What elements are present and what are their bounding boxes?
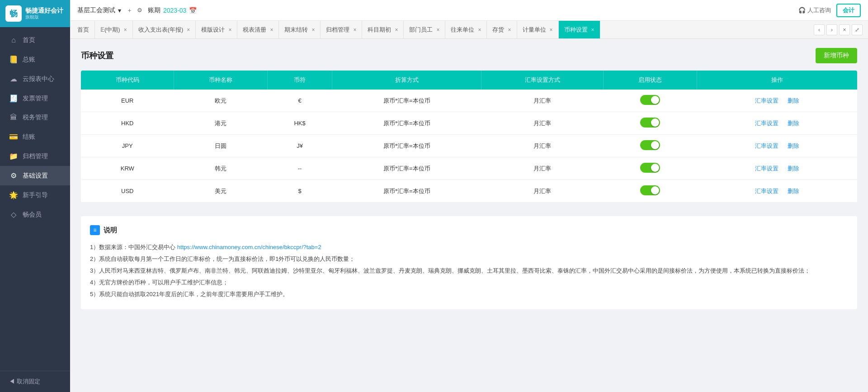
delete-link[interactable]: 删除 xyxy=(788,120,799,127)
tab-close-income[interactable]: × xyxy=(187,27,190,33)
tab-tax[interactable]: 税表清册× xyxy=(237,21,279,39)
tab-period-end[interactable]: 期末结转× xyxy=(279,21,321,39)
delete-link[interactable]: 删除 xyxy=(788,97,799,104)
tab-expand[interactable]: ⤢ xyxy=(852,24,863,35)
cell-name: 港元 xyxy=(174,112,268,135)
delete-link[interactable]: 删除 xyxy=(788,188,799,194)
tab-subjects[interactable]: 科目期初× xyxy=(362,21,404,39)
tab-close-period[interactable]: × xyxy=(124,27,127,33)
tab-close-period-end[interactable]: × xyxy=(311,27,315,33)
table-row: USD 美元 $ 原币*汇率=本位币 月汇率 汇率设置 删除 xyxy=(81,180,857,203)
nav-icon-archive: 📁 xyxy=(9,152,18,161)
rate-setting-link[interactable]: 汇率设置 xyxy=(755,97,778,104)
col-header: 币种代码 xyxy=(81,71,174,90)
cell-code: USD xyxy=(81,180,174,203)
toggle-switch[interactable] xyxy=(640,185,660,195)
sidebar-item-invoice[interactable]: 🧾发票管理 xyxy=(0,89,70,108)
tab-close-measure[interactable]: × xyxy=(550,27,553,33)
sidebar-item-tax[interactable]: 🏛税务管理 xyxy=(0,108,70,127)
tab-period[interactable]: 𝔼(中期)× xyxy=(95,21,133,39)
tab-dept[interactable]: 部门员工× xyxy=(404,21,445,39)
topbar-actions: ＋ ⚙ xyxy=(127,6,142,14)
toggle-knob xyxy=(651,141,659,149)
new-currency-button[interactable]: 新增币种 xyxy=(816,48,857,63)
cell-rate-type: 月汇率 xyxy=(481,135,604,157)
sidebar-item-guide[interactable]: 🌟新手引导 xyxy=(0,185,70,205)
cell-symbol: J¥ xyxy=(267,135,332,157)
tab-measure[interactable]: 计量单位× xyxy=(517,21,559,39)
period-value[interactable]: 2023-03 xyxy=(163,7,186,14)
tab-close-subjects[interactable]: × xyxy=(395,27,398,33)
support-button[interactable]: 🎧 人工咨询 xyxy=(798,6,831,14)
tab-units[interactable]: 往来单位× xyxy=(445,21,487,39)
sidebar-item-member[interactable]: ◇畅会员 xyxy=(0,205,70,224)
sidebar-item-reports[interactable]: ☁云报表中心 xyxy=(0,69,70,89)
notes-link[interactable]: https://www.chinamoney.com.cn/chinese/bk… xyxy=(177,244,321,250)
logo-text-block: 畅捷通好会计 旗舰版 xyxy=(25,7,63,21)
nav-icon-reports: ☁ xyxy=(9,75,18,83)
rate-setting-link[interactable]: 汇率设置 xyxy=(755,165,778,172)
tab-archive[interactable]: 归档管理× xyxy=(321,21,362,39)
tab-close-tax[interactable]: × xyxy=(270,27,273,33)
tab-close-currency[interactable]: × xyxy=(591,27,594,33)
cell-actions: 汇率设置 删除 xyxy=(697,180,857,203)
sidebar: 畅 畅捷通好会计 旗舰版 ⌂首页📒总账☁云报表中心🧾发票管理🏛税务管理💳结账📁归… xyxy=(0,0,70,392)
calendar-icon[interactable]: 📅 xyxy=(189,7,197,14)
period-display: 账期 2023-03 📅 xyxy=(148,6,197,14)
tab-label-template: 模版设计 xyxy=(201,26,225,34)
tab-income[interactable]: 收入支出表(年报)× xyxy=(133,21,196,39)
tab-home[interactable]: 首页 xyxy=(72,21,95,39)
sidebar-item-settings[interactable]: ⚙基础设置 xyxy=(0,166,70,185)
tab-nav-controls: ‹ › × ⤢ xyxy=(810,24,866,35)
tab-label-archive: 归档管理 xyxy=(326,26,349,34)
nav-icon-tax: 🏛 xyxy=(9,113,18,122)
cell-symbol: HK$ xyxy=(267,112,332,135)
cell-conversion: 原币*汇率=本位币 xyxy=(332,112,481,135)
add-button[interactable]: ＋ xyxy=(127,6,132,14)
delete-link[interactable]: 删除 xyxy=(788,165,799,172)
notes-title: ≡ 说明 xyxy=(90,225,848,235)
tab-currency[interactable]: 币种设置× xyxy=(559,21,600,39)
sidebar-item-checkout[interactable]: 💳结账 xyxy=(0,127,70,146)
toggle-switch[interactable] xyxy=(640,163,660,173)
settings-icon[interactable]: ⚙ xyxy=(137,7,142,14)
nav-icon-home: ⌂ xyxy=(9,36,18,44)
topbar-right: 🎧 人工咨询 会计 xyxy=(798,4,861,17)
toggle-switch[interactable] xyxy=(640,140,660,150)
rate-setting-link[interactable]: 汇率设置 xyxy=(755,188,778,194)
company-selector[interactable]: 基层工会测试 ▾ xyxy=(77,6,121,14)
notes-list: 1）数据来源：中国外汇交易中心 https://www.chinamoney.c… xyxy=(90,241,848,300)
sidebar-item-archive[interactable]: 📁归档管理 xyxy=(0,146,70,166)
main: 基层工会测试 ▾ ＋ ⚙ 账期 2023-03 📅 🎧 人工咨询 会计 首页𝔼(… xyxy=(70,0,868,392)
toggle-switch[interactable] xyxy=(640,118,660,128)
toggle-knob xyxy=(651,164,659,172)
tab-stock[interactable]: 存货× xyxy=(487,21,517,39)
tab-close-units[interactable]: × xyxy=(478,27,481,33)
cell-name: 韩元 xyxy=(174,157,268,180)
tab-close-template[interactable]: × xyxy=(228,27,231,33)
tab-nav-prev[interactable]: ‹ xyxy=(814,24,825,35)
cell-enabled xyxy=(604,180,697,203)
logo-title: 畅捷通好会计 xyxy=(25,7,63,14)
cell-rate-type: 月汇率 xyxy=(481,90,604,112)
tab-close-archive[interactable]: × xyxy=(353,27,356,33)
rate-setting-link[interactable]: 汇率设置 xyxy=(755,120,778,127)
tab-close-stock[interactable]: × xyxy=(508,27,511,33)
cell-actions: 汇率设置 删除 xyxy=(697,135,857,157)
toggle-switch[interactable] xyxy=(640,95,660,105)
cell-code: EUR xyxy=(81,90,174,112)
account-button[interactable]: 会计 xyxy=(836,4,861,17)
rate-setting-link[interactable]: 汇率设置 xyxy=(755,142,778,149)
tab-label-period: 𝔼(中期) xyxy=(100,26,120,34)
tab-nav-next[interactable]: › xyxy=(826,24,837,35)
tab-close-all[interactable]: × xyxy=(839,24,850,35)
nav-label-invoice: 发票管理 xyxy=(23,94,48,103)
tab-close-dept[interactable]: × xyxy=(436,27,439,33)
delete-link[interactable]: 删除 xyxy=(788,142,799,149)
sidebar-footer[interactable]: ◀ 取消固定 xyxy=(0,371,70,392)
notes-section: ≡ 说明 1）数据来源：中国外汇交易中心 https://www.chinamo… xyxy=(81,216,857,309)
company-name: 基层工会测试 xyxy=(77,6,115,14)
sidebar-item-ledger[interactable]: 📒总账 xyxy=(0,50,70,69)
tab-template[interactable]: 模版设计× xyxy=(196,21,237,39)
sidebar-item-home[interactable]: ⌂首页 xyxy=(0,31,70,50)
